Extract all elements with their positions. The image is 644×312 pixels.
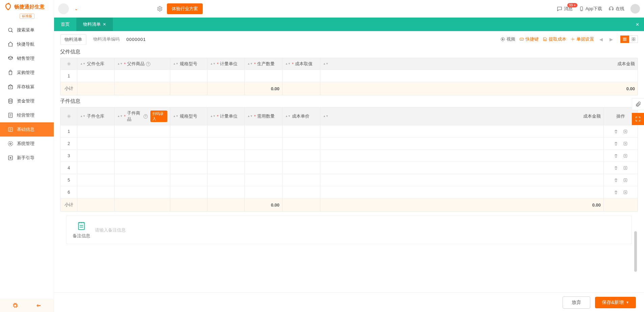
scan-chip[interactable]: 扫码录入 bbox=[150, 111, 167, 122]
save-label: 保存&新增 bbox=[602, 299, 624, 306]
col-child-price[interactable]: ▲▼成本单价 bbox=[282, 107, 320, 125]
video-link[interactable]: 视频 bbox=[500, 36, 515, 42]
info-icon[interactable]: ? bbox=[144, 114, 148, 119]
sidebar-item-funds[interactable]: 资金管理 bbox=[0, 94, 54, 108]
code-label: 物料清单编码 bbox=[93, 36, 120, 42]
col-child-need[interactable]: ▲▼*需用数量 bbox=[245, 107, 282, 125]
sidebar-item-sales[interactable]: 销售管理 bbox=[0, 51, 54, 66]
code-value: 0000001 bbox=[126, 37, 146, 42]
collapse-icon[interactable] bbox=[35, 303, 42, 309]
col-child-amount[interactable]: ▲▼成本金额 bbox=[320, 107, 604, 125]
gear-icon[interactable] bbox=[157, 6, 163, 12]
svg-point-13 bbox=[572, 39, 573, 40]
tabsbar: 首页 物料清单 ✕ ✕ bbox=[54, 18, 644, 31]
svg-rect-18 bbox=[634, 38, 635, 39]
extract-link[interactable]: 提取成本 bbox=[543, 36, 566, 42]
sidebar-item-guide[interactable]: 新手引导 bbox=[0, 151, 54, 165]
delete-icon[interactable] bbox=[614, 178, 618, 183]
prev-icon[interactable]: ◀ bbox=[598, 37, 604, 42]
col-parent-qty[interactable]: ▲▼*生产数量 bbox=[245, 58, 282, 70]
col-child-unit[interactable]: ▲▼*计量单位 bbox=[207, 107, 245, 125]
sidebar-item-system[interactable]: 系统管理 bbox=[0, 137, 54, 151]
delete-icon[interactable] bbox=[614, 153, 618, 158]
row-idx: 3 bbox=[60, 150, 77, 162]
quick-nav-icon bbox=[7, 41, 14, 47]
row-idx: 5 bbox=[60, 174, 77, 186]
attachment-icon[interactable] bbox=[632, 98, 644, 110]
delete-icon[interactable] bbox=[614, 190, 618, 195]
view-grid-icon[interactable] bbox=[629, 35, 638, 43]
sidebar-item-label: 基础信息 bbox=[17, 126, 34, 133]
col-child-spec[interactable]: ▲▼规格型号 bbox=[170, 107, 207, 125]
sidebar-item-search-menu[interactable]: 搜索菜单 bbox=[0, 23, 54, 37]
trial-button[interactable]: 体验行业方案 bbox=[167, 3, 203, 14]
col-parent-product[interactable]: ▲▼*父件商品? bbox=[115, 58, 170, 70]
child-row[interactable]: 1 bbox=[60, 125, 638, 137]
col-parent-warehouse[interactable]: ▲▼父件仓库 bbox=[77, 58, 115, 70]
child-row[interactable]: 6 bbox=[60, 186, 638, 198]
add-icon[interactable] bbox=[623, 166, 628, 170]
view-list-icon[interactable] bbox=[620, 35, 629, 43]
col-parent-unit[interactable]: ▲▼*计量单位 bbox=[207, 58, 245, 70]
child-subtotal: 小计 0.00 0.00 bbox=[60, 198, 638, 211]
remark-input[interactable] bbox=[92, 221, 627, 239]
delete-icon[interactable] bbox=[614, 166, 618, 170]
delete-icon[interactable] bbox=[614, 141, 618, 146]
add-icon[interactable] bbox=[623, 190, 628, 195]
download-link[interactable]: App下载 bbox=[579, 6, 602, 12]
svg-rect-16 bbox=[623, 40, 627, 41]
sidebar-item-purchase[interactable]: 采购管理 bbox=[0, 66, 54, 80]
settings-icon[interactable] bbox=[12, 303, 18, 309]
discard-button[interactable]: 放弃 bbox=[563, 296, 590, 309]
close-icon[interactable]: ✕ bbox=[103, 22, 106, 27]
svg-rect-29 bbox=[78, 222, 84, 230]
next-icon[interactable]: ▶ bbox=[608, 37, 614, 42]
sidebar-item-base-info[interactable]: 基础信息 bbox=[0, 122, 54, 137]
messages-link[interactable]: 消息 99 + bbox=[556, 6, 573, 12]
sidebar-item-operation[interactable]: 经营管理 bbox=[0, 108, 54, 122]
row-idx: 2 bbox=[60, 138, 77, 149]
save-button[interactable]: 保存&新增▼ bbox=[595, 297, 636, 308]
col-child-product[interactable]: ▲▼*子件商品?扫码录入 bbox=[115, 107, 170, 125]
col-parent-cost[interactable]: ▲▼*成本取值 bbox=[282, 58, 320, 70]
chevron-down-icon: ⌄ bbox=[74, 6, 78, 11]
docset-link[interactable]: 单据设置 bbox=[570, 36, 594, 42]
child-row[interactable]: 5 bbox=[60, 174, 638, 186]
org-select[interactable]: ⌄ bbox=[58, 3, 153, 14]
funds-icon bbox=[7, 98, 14, 104]
fullscreen-icon[interactable] bbox=[632, 113, 644, 125]
col-parent-amount[interactable]: ▲▼成本金额 bbox=[320, 58, 638, 70]
docset-label: 单据设置 bbox=[576, 36, 594, 42]
gear-col-icon[interactable] bbox=[60, 107, 77, 125]
delete-icon[interactable] bbox=[614, 129, 618, 134]
subtotal-label: 小计 bbox=[60, 198, 77, 211]
info-icon[interactable]: ? bbox=[146, 62, 150, 66]
shortcut-label: 快捷键 bbox=[525, 36, 539, 42]
add-icon[interactable] bbox=[623, 153, 628, 158]
shortcut-link[interactable]: 快捷键 bbox=[519, 36, 539, 42]
parent-row[interactable]: 1 bbox=[60, 70, 638, 82]
gear-col-icon[interactable] bbox=[60, 58, 77, 70]
child-row[interactable]: 3 bbox=[60, 149, 638, 162]
sidebar-item-quick-nav[interactable]: 快捷导航 bbox=[0, 37, 54, 51]
col-parent-spec[interactable]: ▲▼规格型号 bbox=[170, 58, 207, 70]
subtotal-amount: 0.00 bbox=[320, 198, 604, 211]
subtab-bom[interactable]: 物料清单 bbox=[60, 34, 86, 45]
child-row[interactable]: 4 bbox=[60, 162, 638, 174]
tab-home[interactable]: 首页 bbox=[54, 18, 76, 31]
svg-point-5 bbox=[8, 141, 13, 146]
add-icon[interactable] bbox=[623, 129, 628, 134]
row-idx: 1 bbox=[60, 70, 77, 82]
subtotal-need: 0.00 bbox=[245, 198, 282, 211]
tab-bom[interactable]: 物料清单 ✕ bbox=[76, 18, 113, 31]
video-label: 视频 bbox=[506, 36, 515, 42]
sidebar-item-inventory[interactable]: 库存核算 bbox=[0, 80, 54, 94]
user-avatar[interactable] bbox=[630, 4, 640, 14]
online-link[interactable]: 在线 bbox=[608, 6, 624, 12]
add-icon[interactable] bbox=[623, 178, 628, 183]
scrollbar[interactable] bbox=[634, 231, 637, 272]
child-row[interactable]: 2 bbox=[60, 137, 638, 149]
close-all-icon[interactable]: ✕ bbox=[630, 22, 644, 27]
add-icon[interactable] bbox=[623, 141, 628, 146]
col-child-warehouse[interactable]: ▲▼子件仓库 bbox=[77, 107, 115, 125]
